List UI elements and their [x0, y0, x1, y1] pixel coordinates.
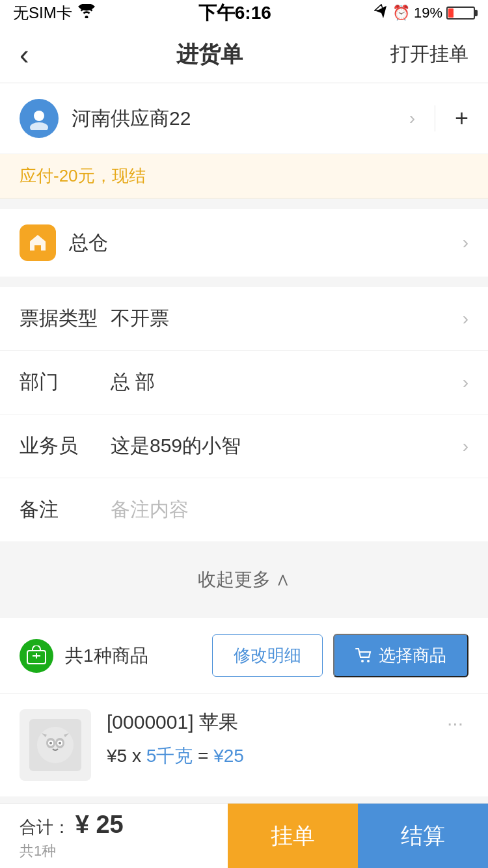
- svg-point-5: [367, 660, 370, 662]
- warehouse-row[interactable]: 总仓 ›: [0, 209, 488, 277]
- salesperson-label: 业务员: [20, 433, 98, 459]
- department-value: 总 部: [98, 369, 463, 396]
- svg-point-4: [361, 660, 364, 662]
- status-bar: 无SIM卡 下午6:16 ⏰ 19%: [0, 0, 488, 26]
- product-icon: [20, 639, 53, 673]
- ticket-type-arrow: ›: [463, 308, 468, 329]
- department-arrow: ›: [463, 372, 468, 393]
- content: 河南供应商22 › + 应付-20元，现结 总仓 › 票据类型 不开票 › 部门…: [0, 83, 488, 868]
- alarm-icon: ⏰: [392, 5, 410, 21]
- status-time: 下午6:16: [198, 1, 271, 25]
- svg-point-6: [37, 727, 74, 763]
- product-item: [0000001] 苹果 ¥5 x 5千克 = ¥25 ···: [0, 694, 488, 796]
- svg-point-1: [30, 122, 48, 130]
- product-code: [0000001]: [107, 711, 199, 733]
- checkout-btn-label: 结算: [401, 821, 445, 851]
- ticket-type-value: 不开票: [98, 305, 463, 332]
- add-supplier-button[interactable]: +: [455, 105, 468, 132]
- supplier-name: 河南供应商22: [72, 105, 409, 132]
- total-label: 合计：: [20, 817, 70, 837]
- location-icon: [374, 4, 388, 22]
- product-count: 共1种商品: [65, 644, 212, 668]
- product-more-button[interactable]: ···: [442, 709, 468, 737]
- supplier-row[interactable]: 河南供应商22 › +: [0, 83, 488, 154]
- remark-row[interactable]: 备注 备注内容: [0, 478, 488, 541]
- supplier-arrow-icon: ›: [409, 108, 415, 129]
- select-product-label: 选择商品: [379, 644, 446, 667]
- product-price: ¥5 x 5千克 = ¥25: [107, 744, 442, 768]
- salesperson-arrow: ›: [463, 436, 468, 457]
- supplier-section: 河南供应商22 › + 应付-20元，现结: [0, 83, 488, 198]
- collapse-label: 收起更多 ∧: [198, 569, 291, 590]
- wifi-icon: [77, 4, 96, 22]
- supplier-avatar: [20, 99, 59, 138]
- quantity: 5千克: [146, 746, 193, 766]
- product-header: 共1种商品 修改明细 选择商品: [0, 618, 488, 694]
- unit-price: ¥5 x: [107, 746, 146, 766]
- supplier-notice: 应付-20元，现结: [0, 154, 488, 198]
- total-amount: ¥ 25: [75, 811, 124, 838]
- page-title: 进货单: [176, 40, 243, 70]
- supplier-divider: [435, 105, 435, 131]
- back-button[interactable]: ‹: [20, 38, 29, 71]
- nav-bar: ‹ 进货单 打开挂单: [0, 26, 488, 83]
- warehouse-arrow-icon: ›: [463, 232, 468, 253]
- remark-label: 备注: [20, 496, 98, 523]
- product-title: 苹果: [199, 711, 238, 733]
- footer-total: 合计： ¥ 25 共1种: [0, 804, 228, 868]
- warehouse-icon: [20, 224, 56, 261]
- warehouse-section: 总仓 ›: [0, 209, 488, 277]
- footer: 合计： ¥ 25 共1种 挂单 结算: [0, 803, 488, 868]
- product-thumbnail: [20, 709, 91, 781]
- status-carrier: 无SIM卡: [13, 3, 96, 23]
- footer-total-row: 合计： ¥ 25: [20, 811, 208, 839]
- battery-icon: [446, 7, 475, 20]
- salesperson-row[interactable]: 业务员 这是859的小智 ›: [0, 414, 488, 478]
- svg-point-11: [49, 742, 52, 744]
- open-pending-button[interactable]: 打开挂单: [390, 41, 468, 68]
- status-right: ⏰ 19%: [374, 4, 475, 22]
- edit-detail-button[interactable]: 修改明细: [212, 634, 323, 677]
- carrier-text: 无SIM卡: [13, 3, 72, 23]
- remark-placeholder[interactable]: 备注内容: [98, 496, 468, 523]
- department-row[interactable]: 部门 总 部 ›: [0, 351, 488, 414]
- product-thumb-inner: [29, 719, 81, 771]
- svg-point-12: [59, 742, 61, 744]
- equals: =: [198, 746, 213, 766]
- total-price: ¥25: [213, 746, 244, 766]
- warehouse-name: 总仓: [69, 230, 463, 256]
- salesperson-value: 这是859的小智: [98, 433, 463, 459]
- battery-text: 19%: [414, 5, 442, 21]
- department-label: 部门: [20, 369, 98, 396]
- select-product-button[interactable]: 选择商品: [333, 634, 468, 677]
- hold-btn-label: 挂单: [271, 821, 315, 851]
- cart-icon: [355, 648, 373, 664]
- product-info: [0000001] 苹果 ¥5 x 5千克 = ¥25: [107, 709, 442, 768]
- ticket-type-label: 票据类型: [20, 305, 98, 332]
- product-name: [0000001] 苹果: [107, 709, 442, 736]
- ticket-type-row[interactable]: 票据类型 不开票 ›: [0, 287, 488, 351]
- svg-rect-2: [34, 245, 41, 251]
- hold-order-button[interactable]: 挂单: [228, 804, 358, 868]
- form-section: 票据类型 不开票 › 部门 总 部 › 业务员 这是859的小智 › 备注 备注…: [0, 287, 488, 541]
- total-count: 共1种: [20, 841, 208, 861]
- checkout-button[interactable]: 结算: [358, 804, 488, 868]
- svg-point-0: [34, 111, 44, 121]
- collapse-button[interactable]: 收起更多 ∧: [0, 552, 488, 608]
- owl-icon: [36, 726, 75, 765]
